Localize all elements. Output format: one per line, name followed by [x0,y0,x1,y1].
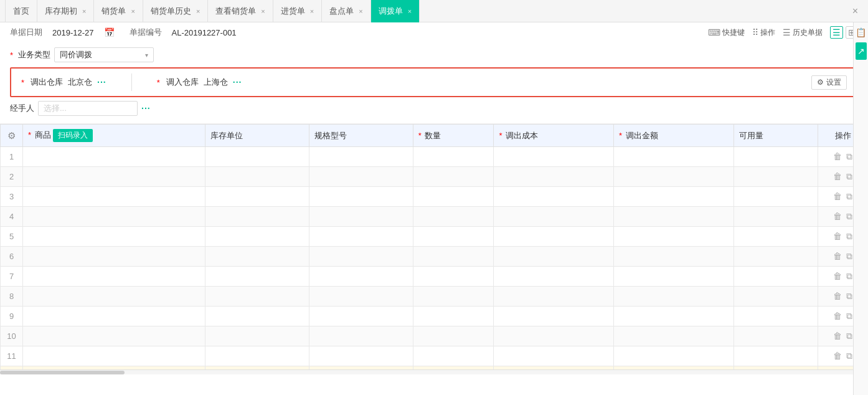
delete-row-icon[interactable]: 🗑 [833,251,842,261]
row-product[interactable] [23,207,205,227]
row-available[interactable] [734,346,818,366]
doc-num-value[interactable]: AL-20191227-001 [172,28,237,37]
row-cost[interactable] [494,346,614,366]
tab-stocktake[interactable]: 盘点单 × [322,0,370,22]
copy-row-icon[interactable]: ⧉ [846,251,852,261]
delete-row-icon[interactable]: 🗑 [833,211,842,221]
scan-barcode-btn[interactable]: 扫码录入 [53,129,93,142]
row-unit[interactable] [205,326,309,346]
row-amount[interactable] [614,187,734,207]
row-quantity[interactable] [413,227,494,247]
row-spec[interactable] [309,247,413,267]
row-quantity[interactable] [413,207,494,227]
row-cost[interactable] [494,167,614,187]
sidebar-notes-icon[interactable]: 📋 [856,27,866,37]
row-available[interactable] [734,207,818,227]
row-cost[interactable] [494,326,614,346]
copy-row-icon[interactable]: ⧉ [846,151,852,161]
row-product[interactable] [23,227,205,247]
row-quantity[interactable] [413,187,494,207]
row-available[interactable] [734,247,818,267]
view-list-btn[interactable]: ☰ [830,26,843,39]
tab-close-sales-order[interactable]: × [131,7,134,15]
row-cost[interactable] [494,247,614,267]
in-warehouse-more-btn[interactable]: ··· [233,77,242,87]
row-cost[interactable] [494,187,614,207]
horizontal-scrollbar[interactable] [0,369,868,374]
in-warehouse-value[interactable]: 上海仓 [204,77,228,88]
tab-view-sales[interactable]: 查看销货单 × [208,0,273,22]
row-product[interactable] [23,187,205,207]
row-unit[interactable] [205,267,309,287]
row-available[interactable] [734,167,818,187]
history-btn[interactable]: ☰ 历史单据 [783,27,823,38]
row-available[interactable] [734,287,818,307]
shortcut-btn[interactable]: ⌨ 快捷键 [708,27,745,38]
row-quantity[interactable] [413,326,494,346]
row-quantity[interactable] [413,167,494,187]
tab-sales-history[interactable]: 销货单历史 × [143,0,208,22]
biz-type-select[interactable]: 同价调拨 ▾ [54,47,154,62]
row-cost[interactable] [494,147,614,167]
row-quantity[interactable] [413,307,494,326]
row-amount[interactable] [614,147,734,167]
calendar-icon[interactable]: 📅 [104,27,115,37]
copy-row-icon[interactable]: ⧉ [846,331,852,341]
row-amount[interactable] [614,207,734,227]
copy-row-icon[interactable]: ⧉ [846,351,852,361]
row-quantity[interactable] [413,247,494,267]
row-cost[interactable] [494,287,614,307]
out-warehouse-value[interactable]: 北京仓 [68,77,92,88]
copy-row-icon[interactable]: ⧉ [846,291,852,301]
row-available[interactable] [734,326,818,346]
row-unit[interactable] [205,187,309,207]
settings-button[interactable]: ⚙ 设置 [811,75,847,90]
delete-row-icon[interactable]: 🗑 [833,171,842,181]
row-amount[interactable] [614,287,734,307]
handler-select[interactable]: 选择... [38,101,138,116]
row-amount[interactable] [614,247,734,267]
row-product[interactable] [23,247,205,267]
row-cost[interactable] [494,207,614,227]
row-amount[interactable] [614,167,734,187]
copy-row-icon[interactable]: ⧉ [846,191,852,201]
row-amount[interactable] [614,346,734,366]
row-product[interactable] [23,307,205,326]
row-available[interactable] [734,267,818,287]
tab-home[interactable]: 首页 [5,0,37,22]
tab-sales-order[interactable]: 销货单 × [94,0,143,22]
handler-more-btn[interactable]: ··· [141,103,151,113]
out-warehouse-more-btn[interactable]: ··· [97,77,106,87]
row-unit[interactable] [205,147,309,167]
row-unit[interactable] [205,287,309,307]
tab-close-stocktake[interactable]: × [359,7,362,15]
row-product[interactable] [23,147,205,167]
delete-row-icon[interactable]: 🗑 [833,311,842,321]
delete-row-icon[interactable]: 🗑 [833,291,842,301]
row-spec[interactable] [309,227,413,247]
row-available[interactable] [734,147,818,167]
row-quantity[interactable] [413,287,494,307]
row-amount[interactable] [614,326,734,346]
tab-close-transfer[interactable]: × [408,7,412,15]
table-gear-icon[interactable]: ⚙ [7,130,16,141]
tab-transfer[interactable]: 调拨单 × [371,0,420,22]
sidebar-expand-icon[interactable]: ↗ [856,42,867,60]
row-amount[interactable] [614,307,734,326]
delete-row-icon[interactable]: 🗑 [833,351,842,361]
row-cost[interactable] [494,227,614,247]
copy-row-icon[interactable]: ⧉ [846,171,852,181]
row-spec[interactable] [309,287,413,307]
tab-inventory-init[interactable]: 库存期初 × [37,0,94,22]
row-available[interactable] [734,227,818,247]
doc-date-value[interactable]: 2019-12-27 [52,28,94,37]
window-close-button[interactable]: × [847,3,863,19]
delete-row-icon[interactable]: 🗑 [833,231,842,241]
biz-type-dropdown-arrow[interactable]: ▾ [145,52,148,59]
row-spec[interactable] [309,267,413,287]
row-spec[interactable] [309,167,413,187]
row-unit[interactable] [205,247,309,267]
delete-row-icon[interactable]: 🗑 [833,271,842,281]
row-available[interactable] [734,187,818,207]
row-unit[interactable] [205,307,309,326]
